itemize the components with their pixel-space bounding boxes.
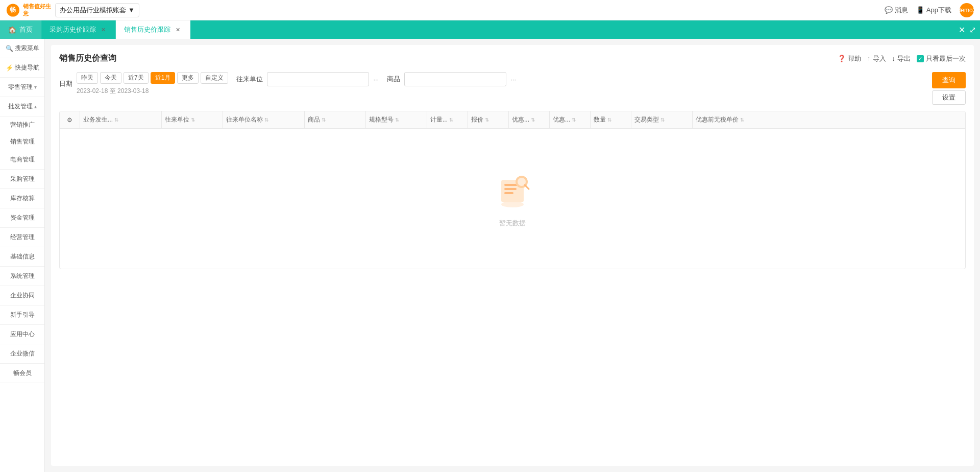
sort-icon: ⇅ (322, 117, 326, 123)
date-btn-more[interactable]: 更多 (177, 72, 199, 84)
message-icon: 💬 (885, 6, 893, 14)
sort-icon: ⇅ (191, 117, 195, 123)
maximize-icon[interactable]: ⤢ (969, 25, 976, 35)
sidebar-item-purchase[interactable]: 采购管理 (0, 170, 44, 189)
unit-input[interactable] (267, 72, 369, 86)
help-btn[interactable]: ❓ 帮助 (838, 54, 861, 63)
help-icon: ❓ (838, 55, 846, 62)
sidebar-item-cooperation[interactable]: 企业协同 (0, 286, 44, 305)
sidebar-item-basic-info[interactable]: 基础信息 (0, 247, 44, 267)
filter-date-group: 日期 昨天 今天 近7天 近1月 更多 自定义 2023-02-18 至 202… (59, 72, 228, 96)
sidebar-item-shortcuts[interactable]: ⚡ 快捷导航 (0, 58, 44, 78)
empty-state: 暂无数据 (60, 129, 965, 269)
date-btn-7days[interactable]: 近7天 (124, 72, 149, 84)
close-window-icon[interactable]: ✕ (959, 25, 965, 35)
top-header: 畅 销售值好生意 办公用品行业模拟账套 ▼ 💬 消息 📱 App下载 demo2 (0, 0, 980, 20)
header-right: 💬 消息 📱 App下载 demo2 (885, 3, 974, 17)
date-options: 昨天 今天 近7天 近1月 更多 自定义 (77, 72, 228, 84)
table-header: ⚙ 业务发生... ⇅ 往来单位 ⇅ 往来单位名称 ⇅ (60, 111, 965, 129)
tab-purchase-close[interactable]: ✕ (99, 26, 107, 34)
th-calc-unit[interactable]: 计量... ⇅ (427, 111, 468, 128)
sidebar-item-marketing[interactable]: 营销推广 (0, 116, 44, 133)
empty-illustration (492, 170, 533, 210)
sidebar-item-search-menu[interactable]: 🔍 搜索菜单 (0, 39, 44, 58)
product-input-dots: ··· (510, 76, 516, 83)
message-btn[interactable]: 💬 消息 (885, 6, 908, 15)
th-spec[interactable]: 规格型号 ⇅ (366, 111, 427, 128)
import-icon: ↑ (867, 55, 871, 62)
tab-sales-close[interactable]: ✕ (174, 26, 182, 34)
only-last-checkbox[interactable]: ✓ (917, 55, 924, 62)
app-download-btn[interactable]: 📱 App下载 (916, 6, 951, 15)
sort-icon: ⇅ (607, 117, 611, 123)
svg-rect-5 (504, 188, 517, 190)
import-btn[interactable]: ↑ 导入 (867, 54, 886, 63)
sort-icon: ⇅ (572, 117, 576, 123)
th-trade-type[interactable]: 交易类型 ⇅ (631, 111, 693, 128)
svg-text:畅: 畅 (10, 6, 16, 13)
sidebar-item-inventory[interactable]: 库存核算 (0, 189, 44, 208)
export-btn[interactable]: ↓ 导出 (892, 54, 911, 63)
th-disc2[interactable]: 优惠... ⇅ (550, 111, 591, 128)
sidebar-item-corp-wechat[interactable]: 企业微信 (0, 344, 44, 364)
tab-purchase[interactable]: 采购历史价跟踪 ✕ (41, 20, 116, 39)
app-selector[interactable]: 办公用品行业模拟账套 ▼ (55, 3, 139, 17)
sidebar-item-wholesale[interactable]: 批发管理 ▴ (0, 97, 44, 116)
th-qty[interactable]: 数量 ⇅ (591, 111, 631, 128)
date-btn-today[interactable]: 今天 (100, 72, 121, 84)
sort-icon: ⇅ (485, 117, 489, 123)
sidebar-item-retail[interactable]: 零售管理 ▾ (0, 78, 44, 97)
tab-sales-label: 销售历史价跟踪 (124, 25, 170, 34)
search-icon: 🔍 (6, 45, 13, 52)
content-area: 销售历史价查询 ❓ 帮助 ↑ 导入 ↓ 导出 (45, 39, 980, 472)
main-layout: 🔍 搜索菜单 ⚡ 快捷导航 零售管理 ▾ 批发管理 ▴ 营销推广 销售管理 电商… (0, 39, 980, 472)
th-unit-code[interactable]: 往来单位 ⇅ (162, 111, 223, 128)
unit-label: 往来单位 (236, 75, 263, 84)
page-title: 销售历史价查询 (59, 53, 116, 64)
settings-icon: ⚙ (67, 116, 72, 124)
tab-home[interactable]: 🏠 首页 (0, 20, 41, 39)
logo-text: 销售值好生意 (23, 3, 51, 16)
date-label: 日期 (59, 79, 72, 88)
sort-icon: ⇅ (740, 117, 744, 123)
th-notax-price[interactable]: 优惠前无税单价 ⇅ (693, 111, 965, 128)
sidebar-item-app-center[interactable]: 应用中心 (0, 325, 44, 344)
sidebar-item-operations[interactable]: 经营管理 (0, 228, 44, 247)
empty-text: 暂无数据 (499, 219, 526, 228)
sort-icon: ⇅ (449, 117, 453, 123)
shortcuts-icon: ⚡ (6, 64, 13, 72)
settings-button[interactable]: 设置 (932, 90, 966, 105)
export-icon: ↓ (892, 55, 896, 62)
logo-icon: 畅 (6, 2, 20, 18)
user-avatar-btn[interactable]: demo2 (960, 3, 974, 17)
sidebar-item-sales-mgmt[interactable]: 销售管理 (0, 133, 44, 150)
download-icon: 📱 (916, 6, 924, 14)
sidebar-item-guide[interactable]: 新手引导 (0, 305, 44, 325)
date-btn-1month[interactable]: 近1月 (151, 72, 176, 84)
sidebar-item-finance[interactable]: 资金管理 (0, 208, 44, 228)
th-business-date[interactable]: 业务发生... ⇅ (80, 111, 162, 128)
sidebar-item-system[interactable]: 系统管理 (0, 267, 44, 286)
only-last-checkbox-label[interactable]: ✓ 只看最后一次 (917, 54, 966, 63)
th-disc1[interactable]: 优惠... ⇅ (509, 111, 550, 128)
logo-area: 畅 销售值好生意 (6, 2, 51, 18)
sort-icon: ⇅ (395, 117, 399, 123)
product-label: 商品 (387, 75, 400, 84)
unit-input-dots: ··· (373, 76, 379, 83)
sidebar-item-members[interactable]: 畅会员 (0, 364, 44, 383)
chevron-up-icon: ▴ (34, 104, 37, 109)
product-input[interactable] (404, 72, 506, 86)
th-settings[interactable]: ⚙ (60, 111, 80, 128)
chevron-down-icon: ▾ (34, 84, 37, 90)
th-quote[interactable]: 报价 ⇅ (468, 111, 509, 128)
sidebar: 🔍 搜索菜单 ⚡ 快捷导航 零售管理 ▾ 批发管理 ▴ 营销推广 销售管理 电商… (0, 39, 45, 472)
search-button[interactable]: 查询 (932, 72, 966, 88)
th-product[interactable]: 商品 ⇅ (305, 111, 366, 128)
tab-bar: 🏠 首页 采购历史价跟踪 ✕ 销售历史价跟踪 ✕ ✕ ⤢ (0, 20, 980, 39)
date-btn-custom[interactable]: 自定义 (201, 72, 228, 84)
tab-sales[interactable]: 销售历史价跟踪 ✕ (116, 20, 190, 39)
th-unit-name[interactable]: 往来单位名称 ⇅ (223, 111, 305, 128)
date-btn-yesterday[interactable]: 昨天 (77, 72, 98, 84)
sidebar-item-ecommerce[interactable]: 电商管理 (0, 150, 44, 170)
filter-unit-group: 往来单位 ··· (236, 72, 379, 86)
